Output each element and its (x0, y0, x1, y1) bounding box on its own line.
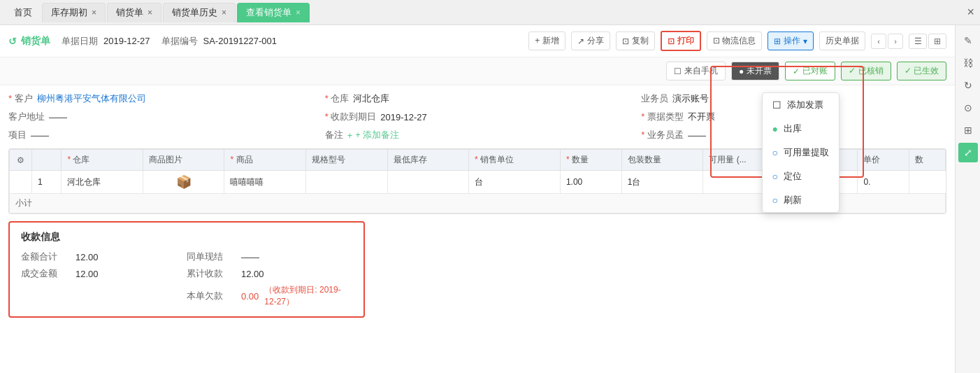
print-button[interactable]: ⊡ 打印 (661, 31, 701, 51)
balance-row: 本单欠款 0.00 （收款到期日: 2019-12-27） (187, 284, 352, 308)
tab-bar-close[interactable]: × (967, 5, 974, 20)
tab-sales-close[interactable]: × (147, 8, 152, 17)
tab-view-sales[interactable]: 查看销货单 × (237, 3, 310, 22)
dropdown-locate[interactable]: ○ 定位 (763, 164, 839, 188)
tab-sales[interactable]: 销货单 × (107, 3, 161, 22)
customer-row: 客户 柳州粤港平安气体有限公司 (8, 92, 314, 105)
tab-inventory[interactable]: 库存期初 × (42, 3, 106, 22)
warehouse-label: 仓库 (325, 92, 350, 105)
warehouse-col-header: 仓库 (62, 150, 143, 171)
history-button[interactable]: 历史单据 (819, 31, 865, 50)
product-img-col-header: 商品图片 (143, 150, 224, 171)
same-settlement-label: 同单现结 (187, 251, 236, 263)
copy-icon: ⊡ (622, 36, 629, 46)
customer-value[interactable]: 柳州粤港平安气体有限公司 (37, 92, 146, 105)
sidebar-link-icon[interactable]: ⛓ (958, 53, 978, 73)
tab-home[interactable]: 首页 (6, 3, 41, 22)
unit-price-col-header: 单价 (858, 150, 909, 171)
dropdown-refresh[interactable]: ○ 刷新 (763, 188, 839, 212)
toolbar-row: ☐ 来自手机 ● 未开票 ✓ 已对账 ✓ 已核销 ✓ 已生效 (0, 57, 955, 85)
row-settings (10, 171, 32, 194)
row-unit-price: 0. (858, 171, 909, 194)
tab-inventory-close[interactable]: × (92, 8, 96, 17)
payment-date-value: 2019-12-27 (380, 112, 427, 122)
sales-unit-col-header: 销售单位 (469, 150, 561, 171)
qty-col-header: 数量 (560, 150, 621, 171)
share-button[interactable]: ↗ 分享 (571, 31, 610, 50)
phone-icon: ☐ (674, 66, 682, 76)
sidebar-edit-icon[interactable]: ✎ (958, 31, 978, 50)
doc-type-label: 销货单 (21, 35, 50, 48)
add-note-button[interactable]: + + 添加备注 (347, 129, 400, 141)
balance-value: 0.00 (241, 291, 259, 302)
dropdown-add-invoice[interactable]: ☐ 添加发票 (763, 93, 839, 117)
note-row: 备注 + + 添加备注 (325, 129, 630, 141)
view-grid-button[interactable]: ⊞ (928, 34, 946, 49)
tab-sales-history[interactable]: 销货单历史 × (163, 3, 236, 22)
tab-sales-history-close[interactable]: × (222, 8, 226, 17)
row-warehouse: 河北仓库 (62, 171, 143, 194)
transaction-value: 12.00 (75, 269, 99, 279)
print-icon: ⊡ (668, 36, 675, 46)
pack-qty-col-header: 包装数量 (621, 150, 703, 171)
refresh-label: 刷新 (784, 194, 802, 206)
sidebar-person-icon[interactable]: ⊙ (958, 98, 978, 118)
main-container: ↺ 销货单 单据日期 2019-12-27 单据编号 SA-20191227-0… (0, 25, 980, 373)
settings-icon[interactable]: ⚙ (17, 155, 24, 165)
number-label: 单据编号 SA-20191227-001 (161, 35, 278, 48)
available-qty-label: 可用量提取 (784, 146, 829, 159)
dropdown-ship[interactable]: ● 出库 (763, 117, 839, 141)
unopened-ticket-button[interactable]: ● 未开票 (731, 62, 779, 80)
new-button[interactable]: + 新增 (528, 31, 565, 50)
grid-icon: ⊞ (774, 36, 781, 46)
add-note-icon: + (347, 130, 353, 141)
total-row: 金额合计 12.00 (21, 251, 187, 263)
project-label: 项目 (8, 129, 27, 141)
ops-button[interactable]: ⊞ 操作 ▾ (768, 31, 814, 50)
total-value: 12.00 (75, 252, 99, 262)
tab-home-label: 首页 (14, 6, 32, 19)
tab-bar: 首页 库存期初 × 销货单 × 销货单历史 × 查看销货单 × × (0, 0, 980, 25)
ship-label: 出库 (784, 122, 802, 135)
warehouse-row: 仓库 河北仓库 (325, 92, 630, 105)
prev-button[interactable]: ‹ (871, 34, 886, 49)
nav-arrows: ‹ › (871, 34, 903, 49)
sold-status-button[interactable]: ✓ 已核销 (841, 62, 891, 80)
sales-agent-label: 业务员孟 (641, 129, 684, 141)
from-phone-button[interactable]: ☐ 来自手机 (666, 62, 726, 80)
extra-col-header: 数 (909, 150, 945, 171)
rownum-col-header (32, 150, 62, 171)
ticket-type-value: 不开票 (688, 111, 715, 123)
sidebar-expand-icon[interactable]: ⤢ (958, 143, 978, 162)
sales-icon: ↺ (8, 36, 17, 47)
cumulative-value: 12.00 (241, 269, 264, 279)
view-list-button[interactable]: ☰ (909, 34, 927, 49)
logistics-button[interactable]: ⊡ 物流信息 (707, 31, 762, 50)
next-button[interactable]: › (888, 34, 903, 49)
transaction-label: 成交金额 (21, 267, 70, 280)
row-qty: 1.00 (560, 171, 621, 194)
payment-grid: 金额合计 12.00 同单现结 —— 成交金额 12.00 累计收款 12.00… (21, 251, 352, 308)
doc-actions: + 新增 ↗ 分享 ⊡ 复制 ⊡ 打印 ⊡ 物流信息 ⊞ (528, 31, 946, 51)
effective-status-button[interactable]: ✓ 已生效 (897, 62, 946, 80)
payment-title: 收款信息 (21, 231, 352, 244)
copy-button[interactable]: ⊡ 复制 (616, 31, 655, 50)
min-stock-col-header: 最低库存 (387, 150, 469, 171)
reconciled-button[interactable]: ✓ 已对账 (785, 62, 835, 80)
sidebar-rotate-icon[interactable]: ↻ (958, 76, 978, 95)
doc-meta: 单据日期 2019-12-27 单据编号 SA-20191227-001 (62, 35, 277, 48)
salesperson-label: 业务员 (641, 92, 668, 105)
add-invoice-label: 添加发票 (787, 99, 823, 111)
spec-col-header: 规格型号 (306, 150, 388, 171)
sidebar-table-icon[interactable]: ⊞ (958, 120, 978, 140)
ops-chevron-icon: ▾ (803, 36, 807, 46)
transaction-row: 成交金额 12.00 (21, 267, 187, 280)
tab-view-sales-label: 查看销货单 (246, 6, 291, 19)
locate-label: 定位 (784, 170, 802, 183)
dropdown-available-qty[interactable]: ○ 可用量提取 (763, 141, 839, 164)
tab-view-sales-close[interactable]: × (296, 8, 301, 17)
doc-header: ↺ 销货单 单据日期 2019-12-27 单据编号 SA-20191227-0… (0, 25, 955, 57)
same-settlement-row: 同单现结 —— (187, 251, 352, 263)
logistics-icon: ⊡ (713, 36, 720, 45)
available-qty-icon: ○ (772, 147, 778, 158)
